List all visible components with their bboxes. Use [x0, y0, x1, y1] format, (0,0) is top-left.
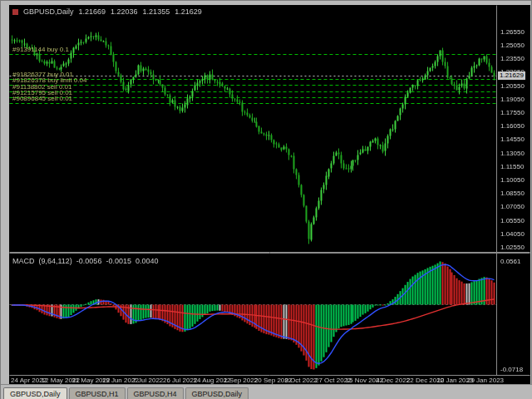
date-axis-tick[interactable]: 1 Sep 2022 [224, 377, 258, 384]
date-axis-tick[interactable]: 7 Jul 2022 [132, 377, 163, 384]
date-axis-tick[interactable]: 4 Dec 2022 [376, 377, 410, 384]
chart-tab-3[interactable]: GBPUSD,Daily [185, 387, 249, 399]
chart-icon [12, 9, 18, 15]
price-axis-tick: 1.19050 [500, 96, 525, 103]
price-axis-tick: 1.13050 [500, 150, 525, 157]
macd-axis-tick-max: 0.0561 [500, 258, 520, 265]
date-axis-tick[interactable]: 29 Jan 2023 [467, 377, 504, 384]
price-axis-tick: 1.20550 [500, 82, 525, 90]
price-axis-tick: 1.05550 [500, 217, 525, 224]
ohlc-low: 1.21355 [143, 7, 170, 16]
date-axis-tick[interactable]: 9 Oct 2022 [284, 377, 317, 384]
chart-tabs-bar: GBPUSD,DailyGBPUSD,H1GBPUSD,H4GBPUSD,Dai… [1, 384, 532, 399]
price-axis-tick: 1.17550 [500, 109, 525, 116]
indicator-params: (9,64,112) [39, 257, 72, 265]
chart-tab-0[interactable]: GBPUSD,Daily [3, 387, 67, 399]
price-axis-tick: 1.10050 [500, 176, 525, 184]
indicator-label: MACD (9,64,112) -0.0056 -0.0015 0.0040 [12, 257, 158, 265]
order-line-label[interactable]: #91391144 buy 0.1 [12, 46, 69, 53]
price-axis-tick: 1.25050 [500, 42, 525, 49]
indicator-value-2: -0.0015 [106, 257, 131, 265]
current-price-tag: 1.21629 [498, 71, 525, 80]
price-axis-tick: 1.07050 [500, 203, 525, 210]
price-axis-tick: 1.08550 [500, 190, 525, 197]
ohlc-close: 1.21629 [175, 7, 202, 16]
ohlc-open: 1.21669 [79, 7, 106, 16]
order-line-label[interactable]: #90896845 sell 0.01 [12, 95, 72, 102]
chart-window: GBPUSD,Daily 1.21669 1.22036 1.21355 1.2… [9, 5, 530, 384]
indicator-value-3: 0.0040 [135, 257, 159, 265]
price-axis-tick: 1.14550 [500, 135, 525, 143]
price-axis-tick: 1.04050 [500, 230, 525, 238]
indicator-name: MACD [12, 257, 35, 265]
price-axis-tick: 1.11550 [500, 163, 524, 170]
mt4-window: GBPUSD,Daily 1.21669 1.22036 1.21355 1.2… [0, 0, 532, 399]
price-axis-tick: 1.02550 [500, 244, 525, 251]
macd-axis-tick-min: -0.0718 [500, 366, 523, 373]
chart-symbol-period: GBPUSD,Daily [23, 7, 74, 16]
indicator-value-1: -0.0056 [76, 257, 102, 265]
price-axis-tick: 1.16050 [500, 122, 525, 130]
ohlc-high: 1.22036 [111, 7, 138, 16]
chart-tab-2[interactable]: GBPUSD,H4 [127, 387, 184, 399]
price-axis-tick: 1.26550 [500, 28, 525, 36]
price-axis-tick: 1.23550 [500, 55, 525, 62]
date-axis-tick[interactable]: 26 Jul 2022 [163, 377, 197, 384]
chart-header: GBPUSD,Daily 1.21669 1.22036 1.21355 1.2… [12, 7, 202, 16]
chart-tab-1[interactable]: GBPUSD,H1 [69, 387, 126, 399]
price-chart-canvas[interactable] [9, 5, 530, 384]
